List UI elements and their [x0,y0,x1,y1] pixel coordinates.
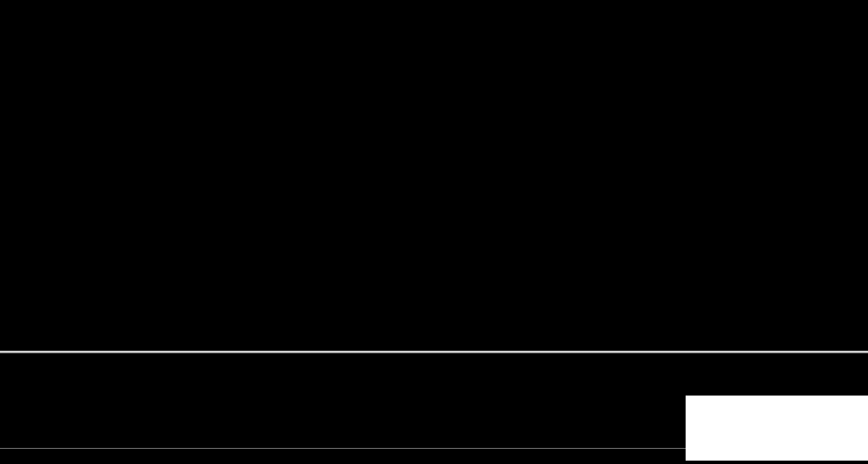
main-price-chart[interactable] [0,0,841,352]
pane-separator[interactable] [0,351,868,353]
watermark [686,396,868,461]
price-axis-scale[interactable] [841,0,868,464]
chart-title [5,3,25,13]
mt4-chart-window [0,0,868,464]
indicator-label [6,355,14,365]
